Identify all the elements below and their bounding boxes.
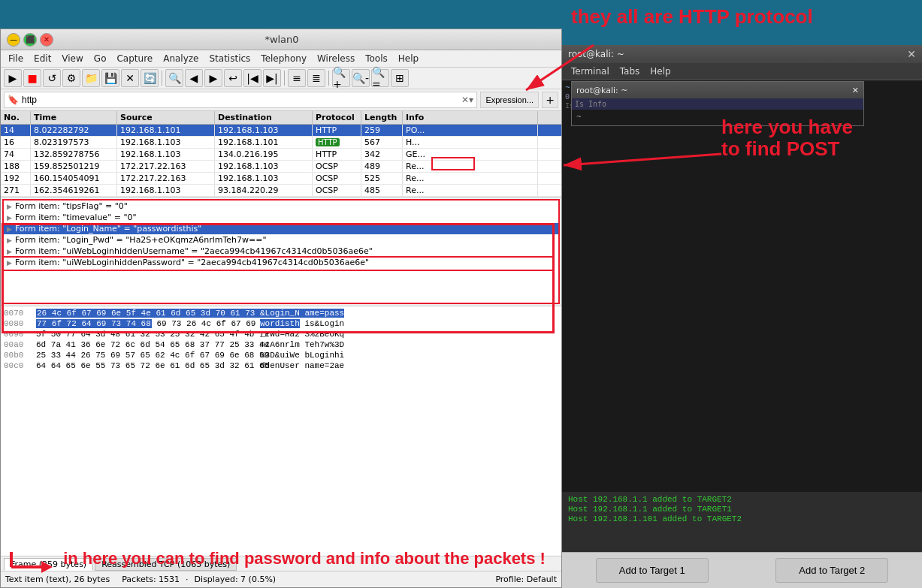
toolbar-reload[interactable]: 🔄 xyxy=(141,69,159,87)
menu-file[interactable]: File xyxy=(4,52,28,65)
detail-text: Form item: "tipsFlag" = "0" xyxy=(15,201,128,211)
filter-expression-button[interactable]: Expression... xyxy=(480,92,539,108)
menu-edit[interactable]: Edit xyxy=(29,52,56,65)
detail-row-selected[interactable]: ▶ Form item: "Login_Name" = "passwordist… xyxy=(4,223,558,234)
toolbar-zoom-in[interactable]: 🔍+ xyxy=(332,69,350,87)
cell-dst: 192.168.1.103 xyxy=(215,125,313,136)
minimize-button[interactable]: — xyxy=(7,33,20,47)
add-to-target2-button[interactable]: Add to Target 2 xyxy=(775,558,888,583)
table-row[interactable]: 188 159.852501219 172.217.22.163 192.168… xyxy=(1,161,561,173)
status-text-item: Text item (text), 26 bytes xyxy=(5,574,110,584)
inner-terminal-title: root@kali: ~ xyxy=(576,86,628,95)
toolbar-restart[interactable]: ↺ xyxy=(43,69,61,87)
hex-row: 00a0 6d 7a 41 36 6e 72 6c 6d 54 65 68 37… xyxy=(2,339,560,350)
toolbar-find[interactable]: 🔍 xyxy=(165,69,183,87)
cell-time: 8.022282792 xyxy=(31,125,117,136)
filter-input[interactable] xyxy=(22,95,461,105)
cell-len: 567 xyxy=(361,137,403,148)
table-row[interactable]: 14 8.022282792 192.168.1.101 192.168.1.1… xyxy=(1,125,561,137)
toolbar-first[interactable]: |◀ xyxy=(243,69,261,87)
cell-no: 192 xyxy=(1,173,31,184)
toolbar-stop[interactable]: ■ xyxy=(23,69,41,87)
cell-time: 8.023197573 xyxy=(31,137,117,148)
term-menu-tabs[interactable]: Tabs xyxy=(615,65,645,78)
cell-proto: OCSP xyxy=(313,185,361,196)
header-no: No. xyxy=(1,111,31,124)
hex-bytes: 77 6f 72 64 69 73 74 68 69 73 26 4c 6f 6… xyxy=(36,319,254,328)
cell-proto: OCSP xyxy=(313,173,361,184)
menu-go[interactable]: Go xyxy=(89,52,111,65)
toolbar-colorize[interactable]: ≡ xyxy=(288,69,306,87)
table-row[interactable]: 192 160.154054091 172.217.22.163 192.168… xyxy=(1,173,561,185)
cell-info: Re... xyxy=(403,185,538,196)
hex-bytes: 25 33 44 26 75 69 57 65 62 4c 6f 67 69 6… xyxy=(36,351,254,360)
menu-telephony[interactable]: Telephony xyxy=(256,52,311,65)
hex-bytes: 6d 7a 41 36 6e 72 6c 6d 54 65 68 37 77 2… xyxy=(36,340,254,349)
menu-capture[interactable]: Capture xyxy=(112,52,157,65)
hex-row: 00c0 64 64 65 6e 55 73 65 72 6e 61 6d 65… xyxy=(2,360,560,371)
detail-row[interactable]: ▶ Form item: "uiWebLoginhiddenPassword" … xyxy=(4,257,558,268)
expand-icon: ▶ xyxy=(7,203,12,210)
table-row[interactable]: 16 8.023197573 192.168.1.103 192.168.1.1… xyxy=(1,137,561,149)
detail-row[interactable]: ▶ Form item: "timevalue" = "0" xyxy=(4,212,558,223)
annotation-bottom-text: in here you can to find password and inf… xyxy=(63,549,546,568)
bottom-arrow-icon xyxy=(8,544,53,574)
cell-info: Re... xyxy=(403,161,538,172)
filter-icon: 🔖 xyxy=(8,95,19,105)
toolbar-columns[interactable]: ⊞ xyxy=(391,69,409,87)
menu-analyze[interactable]: Analyze xyxy=(159,52,203,65)
cell-src: 192.168.1.103 xyxy=(117,149,215,160)
toolbar-last[interactable]: ▶| xyxy=(263,69,281,87)
status-dot-1: · xyxy=(186,574,189,584)
table-row[interactable]: 271 162.354619261 192.168.1.103 93.184.2… xyxy=(1,185,561,197)
inner-terminal-close[interactable]: ✕ xyxy=(852,86,859,95)
hex-bytes: 5f 50 77 64 3d 48 61 32 53 25 32 42 65 4… xyxy=(36,330,254,339)
menu-tools[interactable]: Tools xyxy=(361,52,392,65)
cell-src: 192.168.1.103 xyxy=(117,185,215,196)
toolbar: ▶ ■ ↺ ⚙ 📁 💾 ✕ 🔄 🔍 ◀ ▶ ↩ |◀ ▶| ≡ ≣ 🔍+ 🔍- … xyxy=(1,68,561,89)
term-menu-terminal[interactable]: Terminal xyxy=(567,65,614,78)
toolbar-forward[interactable]: ▶ xyxy=(204,69,222,87)
toolbar-autoscroll[interactable]: ≣ xyxy=(307,69,325,87)
toolbar-zoom-out[interactable]: 🔍- xyxy=(352,69,370,87)
toolbar-open[interactable]: 📁 xyxy=(82,69,100,87)
term-menu-help[interactable]: Help xyxy=(645,65,675,78)
table-row[interactable]: 74 132.859278756 192.168.1.103 134.0.216… xyxy=(1,149,561,161)
hex-row: 00b0 25 33 44 26 75 69 57 65 62 4c 6f 67… xyxy=(2,350,560,360)
log-line-1: Host 192.168.1.1 added to TARGET2 xyxy=(568,495,916,504)
toolbar-zoom-normal[interactable]: 🔍= xyxy=(371,69,389,87)
toolbar-close[interactable]: ✕ xyxy=(121,69,139,87)
menu-help[interactable]: Help xyxy=(394,52,423,65)
terminal-menu-bar: Terminal Tabs Help xyxy=(562,63,922,80)
annotation-middle-right: here you haveto find POST xyxy=(721,116,853,159)
filter-add-button[interactable]: + xyxy=(542,92,558,108)
maximize-button[interactable]: ⬛ xyxy=(23,33,37,47)
svg-marker-5 xyxy=(41,561,53,573)
terminal-close-button[interactable]: ✕ xyxy=(907,48,916,60)
detail-row[interactable]: ▶ Form item: "uiWebLoginhiddenUsername" … xyxy=(4,246,558,257)
menu-wireless[interactable]: Wireless xyxy=(313,52,359,65)
toolbar-return[interactable]: ↩ xyxy=(224,69,242,87)
hex-offset: 00a0 xyxy=(4,340,30,349)
hex-offset: 0070 xyxy=(4,309,30,318)
menu-view[interactable]: View xyxy=(57,52,87,65)
cell-time: 132.859278756 xyxy=(31,149,117,160)
filter-clear-button[interactable]: ✕ xyxy=(461,95,469,105)
cell-len: 489 xyxy=(361,161,403,172)
hex-row: 0090 5f 50 77 64 3d 48 61 32 53 25 32 42… xyxy=(2,329,560,339)
close-button[interactable]: ✕ xyxy=(40,33,53,47)
toolbar-save[interactable]: 💾 xyxy=(101,69,119,87)
toolbar-back[interactable]: ◀ xyxy=(185,69,203,87)
filter-dropdown-button[interactable]: ▾ xyxy=(469,95,473,105)
cell-dst: 192.168.1.103 xyxy=(215,161,313,172)
detail-row[interactable]: ▶ Form item: "tipsFlag" = "0" xyxy=(4,201,558,212)
detail-text: Form item: "uiWebLoginhiddenUsername" = … xyxy=(15,246,373,256)
toolbar-start[interactable]: ▶ xyxy=(4,69,22,87)
detail-row[interactable]: ▶ Form item: "Login_Pwd" = "Ha2S+eOKqmzA… xyxy=(4,234,558,246)
toolbar-options[interactable]: ⚙ xyxy=(62,69,80,87)
expand-icon: ▶ xyxy=(7,259,12,267)
menu-statistics[interactable]: Statistics xyxy=(204,52,255,65)
title-bar: — ⬛ ✕ *wlan0 xyxy=(1,29,561,50)
add-to-target1-button[interactable]: Add to Target 1 xyxy=(596,558,709,583)
header-info: Info xyxy=(403,111,538,124)
